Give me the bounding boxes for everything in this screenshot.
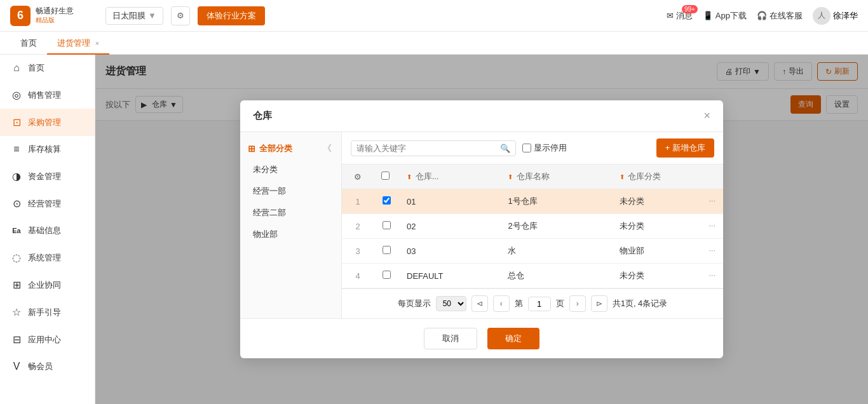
sidebar-item-operation[interactable]: ⊙ 经营管理 bbox=[0, 190, 95, 217]
modal-actions: 取消 确定 bbox=[240, 318, 723, 358]
search-icon[interactable]: 🔍 bbox=[500, 144, 510, 153]
sidebar-item-guide[interactable]: ☆ 新手引导 bbox=[0, 299, 95, 326]
table-header-checkbox bbox=[374, 165, 399, 189]
row-name: 1号仓库 bbox=[500, 189, 611, 214]
row-checkbox-cell[interactable] bbox=[374, 264, 399, 288]
category-all-header[interactable]: ⊞ 全部分类 《 bbox=[240, 138, 341, 159]
add-warehouse-button[interactable]: + 新增仓库 bbox=[656, 138, 714, 158]
show-disabled-checkbox[interactable] bbox=[522, 144, 531, 152]
tab-purchase[interactable]: 进货管理 × bbox=[47, 32, 109, 55]
store-selector[interactable]: 日太阳膜 ▼ bbox=[105, 7, 163, 25]
row-code: DEFAULT bbox=[399, 264, 500, 288]
sidebar-item-sales[interactable]: ◎ 销售管理 bbox=[0, 81, 95, 109]
message-icon: ✉ bbox=[667, 11, 674, 20]
messages-button[interactable]: ✉ 消息 99+ bbox=[667, 10, 693, 22]
page-next-button[interactable]: › bbox=[569, 295, 586, 312]
row-actions-icon[interactable]: ··· bbox=[709, 196, 715, 205]
table-row[interactable]: 4 DEFAULT 总仓 未分类 ··· bbox=[342, 264, 723, 288]
page-first-button[interactable]: ⊲ bbox=[471, 295, 488, 312]
search-input[interactable] bbox=[356, 144, 500, 153]
row-checkbox[interactable] bbox=[383, 221, 391, 229]
category-sidebar: ⊞ 全部分类 《 未分类 经营一部 经营二部 bbox=[240, 132, 342, 318]
user-area[interactable]: 人 徐泽华 bbox=[813, 7, 858, 25]
guide-icon: ☆ bbox=[10, 306, 23, 318]
row-index: 2 bbox=[342, 214, 374, 239]
page-size-select[interactable]: 50 bbox=[436, 296, 466, 311]
enterprise-icon: ⊞ bbox=[10, 279, 23, 291]
sidebar-item-finance[interactable]: ◑ 资金管理 bbox=[0, 163, 95, 190]
row-checkbox-cell[interactable] bbox=[374, 189, 399, 214]
try-industry-button[interactable]: 体验行业方案 bbox=[198, 6, 265, 25]
modal-header: 仓库 × bbox=[240, 100, 723, 132]
sidebar-item-membership[interactable]: V 畅会员 bbox=[0, 353, 95, 380]
page-last-button[interactable]: ⊳ bbox=[591, 295, 607, 312]
message-badge: 99+ bbox=[682, 5, 698, 13]
cancel-button[interactable]: 取消 bbox=[424, 328, 477, 349]
tab-home[interactable]: 首页 bbox=[10, 32, 47, 55]
row-code: 02 bbox=[399, 214, 500, 239]
table-row[interactable]: 2 02 2号仓库 未分类 ··· bbox=[342, 214, 723, 239]
sidebar-label-operation: 经营管理 bbox=[28, 198, 61, 210]
row-index: 1 bbox=[342, 189, 374, 214]
table-row[interactable]: 1 01 1号仓库 未分类 ··· bbox=[342, 189, 723, 214]
confirm-button[interactable]: 确定 bbox=[487, 328, 539, 349]
store-name: 日太阳膜 bbox=[112, 10, 146, 22]
row-checkbox-cell[interactable] bbox=[374, 239, 399, 264]
app-download-button[interactable]: 📱 App下载 bbox=[703, 10, 747, 22]
show-disabled-wrap: 显示停用 bbox=[522, 142, 567, 154]
page-prev-button[interactable]: ‹ bbox=[493, 295, 510, 312]
settings-button[interactable]: ⚙ bbox=[171, 6, 190, 25]
sales-icon: ◎ bbox=[10, 89, 23, 101]
sidebar-item-system[interactable]: ◌ 系统管理 bbox=[0, 244, 95, 271]
sidebar-item-purchase[interactable]: ⊡ 采购管理 bbox=[0, 109, 95, 136]
row-checkbox[interactable] bbox=[383, 196, 391, 205]
collapse-icon[interactable]: 《 bbox=[321, 142, 334, 155]
sidebar-label-inventory: 库存核算 bbox=[28, 144, 61, 155]
category-item-operation2[interactable]: 经营二部 bbox=[240, 202, 341, 224]
page-size-label: 每页显示 bbox=[398, 298, 431, 309]
row-checkbox[interactable] bbox=[383, 246, 391, 254]
logo-icon: 6 bbox=[10, 6, 31, 26]
row-actions-icon[interactable]: ··· bbox=[709, 220, 715, 230]
sidebar-item-inventory[interactable]: ≡ 库存核算 bbox=[0, 136, 95, 163]
category-item-operation1[interactable]: 经营一部 bbox=[240, 180, 341, 202]
sidebar-item-basic-info[interactable]: Ea 基础信息 bbox=[0, 217, 95, 244]
sidebar-item-home[interactable]: ⌂ 首页 bbox=[0, 55, 95, 81]
sidebar-label-purchase: 采购管理 bbox=[28, 117, 61, 128]
modal-main-content: 🔍 显示停用 + 新增仓库 bbox=[342, 132, 723, 318]
grid-icon: ⊞ bbox=[248, 144, 255, 154]
home-icon: ⌂ bbox=[10, 62, 23, 74]
tab-close-icon[interactable]: × bbox=[95, 39, 99, 47]
sidebar-label-home: 首页 bbox=[28, 62, 44, 74]
app-download-label: App下载 bbox=[715, 10, 747, 22]
row-actions-icon[interactable]: ··· bbox=[709, 245, 715, 255]
page-label: 第 bbox=[515, 298, 523, 309]
select-all-checkbox[interactable] bbox=[381, 172, 390, 180]
table-row[interactable]: 3 03 水 物业部 ··· bbox=[342, 239, 723, 264]
online-service-button[interactable]: 🎧 在线客服 bbox=[757, 10, 803, 22]
modal-close-button[interactable]: × bbox=[703, 109, 710, 123]
table-header-code: ⬆ 仓库... bbox=[399, 165, 500, 189]
sort-icon-name: ⬆ bbox=[508, 173, 513, 180]
main-layout: ⌂ 首页 ◎ 销售管理 ⊡ 采购管理 ≡ 库存核算 ◑ 资金管理 ⊙ 经营管理 … bbox=[0, 55, 868, 404]
row-category: 未分类 ··· bbox=[612, 214, 723, 239]
sort-icon: ⬆ bbox=[407, 173, 412, 180]
warehouse-table-wrap: ⚙ ⬆ 仓库... bbox=[342, 165, 723, 288]
row-checkbox[interactable] bbox=[383, 271, 391, 279]
category-item-unclassified[interactable]: 未分类 bbox=[240, 159, 341, 180]
logo-badge: 精品版 bbox=[36, 16, 74, 25]
avatar: 人 bbox=[813, 7, 831, 25]
sidebar-label-system: 系统管理 bbox=[28, 252, 61, 264]
row-name: 2号仓库 bbox=[500, 214, 611, 239]
row-checkbox-cell[interactable] bbox=[374, 214, 399, 239]
system-icon: ◌ bbox=[10, 252, 23, 264]
membership-icon: V bbox=[10, 361, 23, 372]
table-header-settings: ⚙ bbox=[342, 165, 374, 189]
sidebar-item-enterprise[interactable]: ⊞ 企业协同 bbox=[0, 271, 95, 299]
category-item-property[interactable]: 物业部 bbox=[240, 224, 341, 245]
page-number-input[interactable] bbox=[528, 297, 551, 311]
row-category: 未分类 ··· bbox=[612, 189, 723, 214]
sidebar-label-enterprise: 企业协同 bbox=[28, 279, 61, 291]
sidebar-item-app-center[interactable]: ⊟ 应用中心 bbox=[0, 326, 95, 353]
row-actions-icon[interactable]: ··· bbox=[709, 270, 715, 279]
